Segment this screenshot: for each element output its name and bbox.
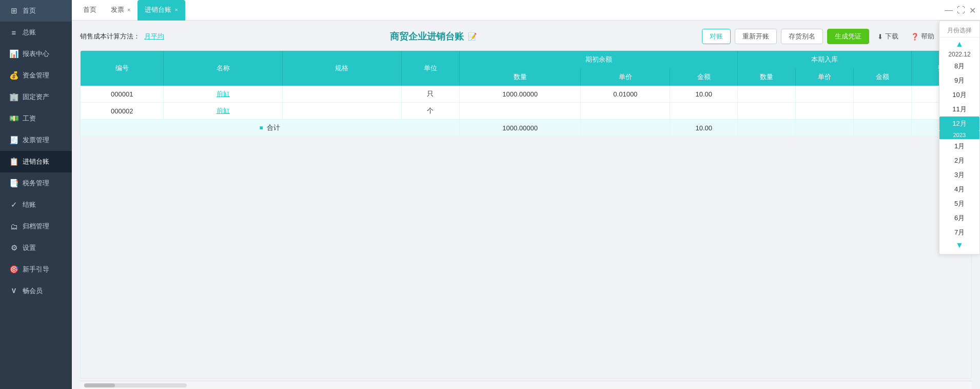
month-picker-2023-4[interactable]: 4月 <box>939 182 979 197</box>
content-area: 销售成本计算方法： 月平均 商贸企业进销台账 📝 对账 重新开账 存货别名 生成… <box>72 21 980 389</box>
minimize-button[interactable]: — <box>945 6 953 15</box>
table-row: 000002 前缸 个 <box>81 103 971 120</box>
month-picker-2023-3[interactable]: 3月 <box>939 168 979 182</box>
cell-opening-qty-2 <box>459 103 581 120</box>
sidebar-item-payroll[interactable]: 💵 工资 <box>0 108 72 129</box>
sub-col-in-price: 单价 <box>796 68 854 86</box>
cell-id-1: 000001 <box>81 86 164 103</box>
sidebar-item-settlement[interactable]: ✓ 结账 <box>0 194 72 216</box>
sidebar-item-invoice-management[interactable]: 🧾 发票管理 <box>0 129 72 151</box>
sidebar-label-purchase-sales: 进销台账 <box>23 157 49 166</box>
cell-in-amount-2 <box>854 103 912 120</box>
tab-purchase-sales-close[interactable]: × <box>174 7 178 13</box>
download-label: 下载 <box>885 32 898 41</box>
generate-voucher-button[interactable]: 生成凭证 <box>827 29 869 44</box>
sidebar-item-purchase-sales[interactable]: 📋 进销台账 <box>0 151 72 172</box>
help-label: 帮助 <box>921 32 934 41</box>
scrollbar-track[interactable] <box>84 383 187 387</box>
page-title: 商贸企业进销台账 <box>390 30 464 43</box>
month-picker-title: 月份选择 <box>939 24 979 37</box>
sidebar-label-home: 首页 <box>23 6 36 15</box>
sidebar-item-fixed-assets[interactable]: 🏢 固定资产 <box>0 86 72 108</box>
download-icon: ⬇ <box>877 33 883 41</box>
tab-invoice[interactable]: 发票 × <box>104 0 138 21</box>
sub-col-in-qty: 数量 <box>738 68 796 86</box>
cost-method-value[interactable]: 月平均 <box>144 32 164 41</box>
sidebar-item-vip-member[interactable]: V 畅会员 <box>0 280 72 302</box>
sidebar-item-archive-management[interactable]: 🗂 归档管理 <box>0 216 72 237</box>
tab-home[interactable]: 首页 <box>76 0 104 21</box>
month-picker-2023-7[interactable]: 7月 <box>939 225 979 240</box>
col-header-name: 名称 <box>164 51 283 86</box>
assets-icon: 🏢 <box>9 92 18 102</box>
sidebar-item-home[interactable]: ⊞ 首页 <box>0 0 72 22</box>
cell-spec-1 <box>283 86 402 103</box>
month-picker-year-2023-label: 2023 <box>939 131 979 139</box>
sidebar-label-archive-management: 归档管理 <box>23 222 49 231</box>
tab-invoice-label: 发票 <box>111 5 124 14</box>
table-wrapper: 编号 名称 规格 单位 期初余额 本期入库 数 数量 单价 金额 数量 单价 <box>80 50 972 379</box>
col-header-id: 编号 <box>81 51 164 86</box>
month-picker-down[interactable]: ▼ <box>939 240 979 251</box>
month-picker-12[interactable]: 12月 <box>939 116 979 131</box>
cell-in-qty-2 <box>738 103 796 120</box>
sub-col-opening-price: 单价 <box>581 68 670 86</box>
total-label-cell: ■ 合计 <box>81 120 459 137</box>
save-alias-button[interactable]: 存货别名 <box>781 29 823 44</box>
month-picker-8[interactable]: 8月 <box>939 59 979 73</box>
main-table: 编号 名称 规格 单位 期初余额 本期入库 数 数量 单价 金额 数量 单价 <box>81 51 971 137</box>
tab-home-label: 首页 <box>83 5 96 14</box>
cell-name-1[interactable]: 前缸 <box>164 86 283 103</box>
month-picker-up[interactable]: ▲ <box>939 38 979 50</box>
month-picker-2023-5[interactable]: 5月 <box>939 197 979 211</box>
main-area: 首页 发票 × 进销台账 × — ⛶ ✕ 销售成本计算方法： 月平均 商贸企业进… <box>72 0 980 389</box>
purchase-icon: 📋 <box>9 157 18 166</box>
total-opening-amount: 10.00 <box>670 120 738 137</box>
sidebar-label-payroll: 工资 <box>23 114 36 123</box>
total-opening-qty: 1000.00000 <box>459 120 581 137</box>
sidebar-item-tax-management[interactable]: 📑 税务管理 <box>0 172 72 194</box>
month-picker-2023-1[interactable]: 1月 <box>939 139 979 153</box>
cell-name-2[interactable]: 前缸 <box>164 103 283 120</box>
sidebar-item-beginner-guide[interactable]: 🎯 新手引导 <box>0 259 72 280</box>
table-total-row: ■ 合计 1000.00000 10.00 <box>81 120 971 137</box>
payroll-icon: 💵 <box>9 114 18 123</box>
maximize-button[interactable]: ⛶ <box>957 6 965 15</box>
close-button[interactable]: ✕ <box>969 5 976 15</box>
sidebar-label-general-ledger: 总账 <box>23 28 36 37</box>
edit-title-icon[interactable]: 📝 <box>468 32 477 41</box>
sidebar-item-report-center[interactable]: 📊 报表中心 <box>0 43 72 65</box>
download-button[interactable]: ⬇ 下载 <box>873 29 903 44</box>
help-button[interactable]: ❓ 帮助 <box>907 29 938 44</box>
ledger-icon: ≡ <box>9 28 18 37</box>
cell-opening-price-1: 0.01000 <box>581 86 670 103</box>
month-picker-11[interactable]: 11月 <box>939 102 979 116</box>
month-picker-2023-2[interactable]: 2月 <box>939 153 979 168</box>
month-picker-year-2022: 2022.12 <box>939 50 979 59</box>
scrollbar-thumb[interactable] <box>84 383 115 387</box>
tab-purchase-sales[interactable]: 进销台账 × <box>138 0 185 21</box>
tab-invoice-close[interactable]: × <box>127 7 130 13</box>
cell-opening-amount-1: 10.00 <box>670 86 738 103</box>
total-label: 合计 <box>267 124 280 131</box>
horizontal-scrollbar[interactable] <box>80 381 972 389</box>
reopen-button[interactable]: 重新开账 <box>735 29 777 44</box>
sidebar-item-fund-management[interactable]: 💰 资金管理 <box>0 65 72 86</box>
table-body: 000001 前缸 只 1000.00000 0.01000 10.00 000… <box>81 86 971 137</box>
total-in-price <box>796 120 854 137</box>
month-picker-2023-6[interactable]: 6月 <box>939 211 979 225</box>
sidebar-item-settings[interactable]: ⚙ 设置 <box>0 237 72 259</box>
cell-in-amount-1 <box>854 86 912 103</box>
total-opening-price <box>581 120 670 137</box>
tax-icon: 📑 <box>9 179 18 188</box>
sidebar-item-general-ledger[interactable]: ≡ 总账 <box>0 22 72 43</box>
sidebar-label-beginner-guide: 新手引导 <box>23 265 49 274</box>
reconcile-button[interactable]: 对账 <box>702 29 731 44</box>
cell-spec-2 <box>283 103 402 120</box>
total-in-amount <box>854 120 912 137</box>
month-picker-9[interactable]: 9月 <box>939 73 979 88</box>
cell-opening-price-2 <box>581 103 670 120</box>
sidebar-label-report-center: 报表中心 <box>23 49 49 59</box>
month-picker-10[interactable]: 10月 <box>939 88 979 102</box>
home-icon: ⊞ <box>9 6 18 15</box>
